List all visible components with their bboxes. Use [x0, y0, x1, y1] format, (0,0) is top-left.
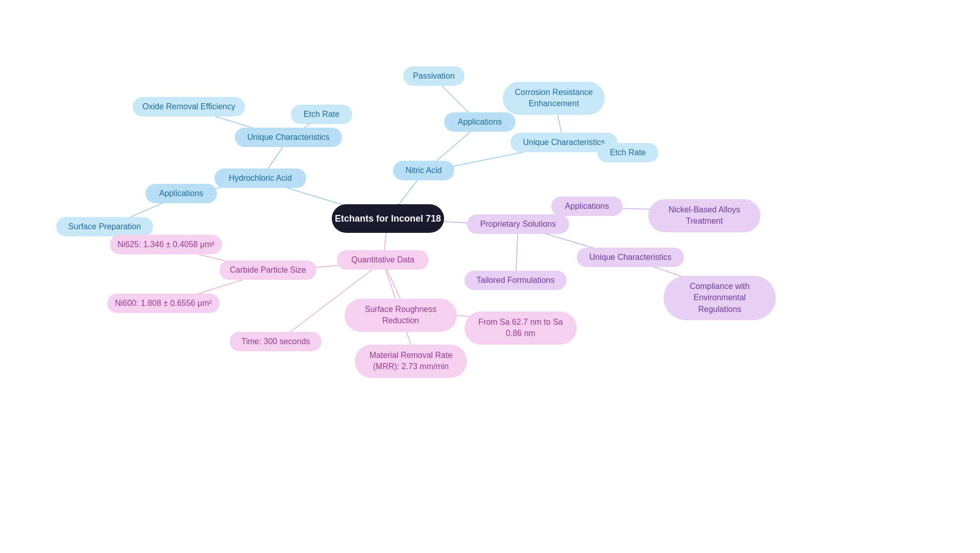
node-surface_prep[interactable]: Surface Preparation: [56, 217, 153, 236]
node-tailored_formulations[interactable]: Tailored Formulations: [464, 271, 567, 290]
node-center[interactable]: Etchants for Inconel 718: [332, 204, 444, 233]
node-from_sa[interactable]: From Sa 62.7 nm to Sa 0.86 nm: [464, 311, 577, 345]
node-nickel_based[interactable]: Nickel-Based Alloys Treatment: [648, 199, 761, 232]
node-applications_hcl[interactable]: Applications: [145, 184, 217, 203]
node-applications_nitric[interactable]: Applications: [444, 112, 516, 132]
node-ni625[interactable]: Ni625: 1.346 ± 0.4058 μm²: [110, 235, 222, 254]
node-corrosion_resistance[interactable]: Corrosion Resistance Enhancement: [503, 82, 605, 115]
node-mrr[interactable]: Material Removal Rate (MRR): 2.73 mm/min: [355, 345, 467, 378]
node-proprietary_solutions[interactable]: Proprietary Solutions: [467, 214, 569, 234]
node-carbide_particle_size[interactable]: Carbide Particle Size: [219, 260, 316, 280]
node-surface_roughness[interactable]: Surface Roughness Reduction: [345, 299, 457, 332]
node-passivation[interactable]: Passivation: [403, 66, 464, 86]
node-etch_rate_hcl[interactable]: Etch Rate: [291, 105, 352, 124]
node-time_300[interactable]: Time: 300 seconds: [230, 332, 322, 351]
node-quantitative_data[interactable]: Quantitative Data: [337, 250, 429, 270]
node-nitric_acid[interactable]: Nitric Acid: [393, 161, 454, 180]
node-unique_chars_hcl[interactable]: Unique Characteristics: [235, 128, 342, 147]
node-unique_chars_prop[interactable]: Unique Characteristics: [577, 248, 684, 267]
node-hydrochloric_acid[interactable]: Hydrochloric Acid: [214, 169, 306, 188]
node-compliance[interactable]: Compliance with Environmental Regulation…: [664, 276, 776, 320]
node-ni600[interactable]: Ni600: 1.808 ± 0.6556 μm²: [107, 294, 219, 313]
mindmap-container: Etchants for Inconel 718Hydrochloric Aci…: [0, 0, 980, 553]
node-applications_prop[interactable]: Applications: [551, 197, 623, 216]
node-oxide_removal[interactable]: Oxide Removal Efficiency: [133, 97, 245, 116]
node-etch_rate_nitric[interactable]: Etch Rate: [597, 143, 658, 162]
